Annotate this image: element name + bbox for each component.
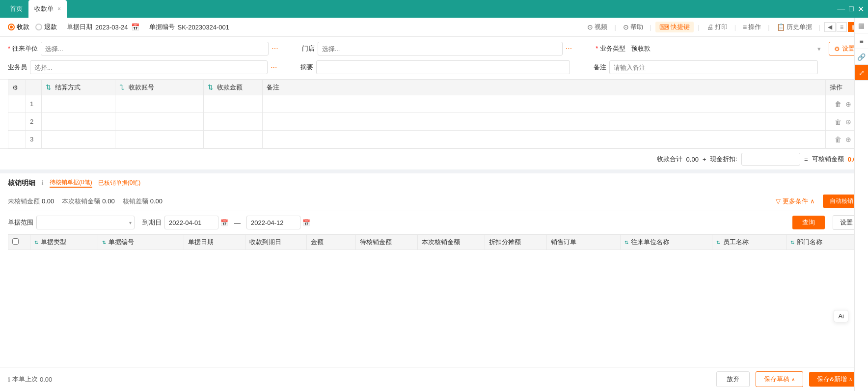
notes-input-1[interactable] <box>263 95 825 112</box>
biz-type-label: 业务类型 <box>596 44 628 53</box>
abandon-button[interactable]: 放弃 <box>716 371 750 387</box>
delete-row-icon-2[interactable]: 🗑 <box>835 118 841 126</box>
done-tab[interactable]: 已核销单据(0笔) <box>98 179 141 187</box>
cell-notes-3[interactable] <box>263 131 826 148</box>
window-close-icon[interactable]: ✕ <box>858 4 864 14</box>
notes-input-2[interactable] <box>263 113 825 130</box>
staff-label: 业务员 <box>8 63 30 72</box>
save-new-button[interactable]: 保存&新增 ∧ <box>809 372 860 387</box>
date-calendar-icon[interactable]: 📅 <box>131 23 139 31</box>
verify-table-container: ⇅ 单据类型 ⇅ 单据编号 单据日期 收款到期日 <box>8 234 860 367</box>
nav-home-label: 首页 <box>10 4 23 13</box>
notes-input-3[interactable] <box>263 131 825 148</box>
amount-input-2[interactable] <box>204 113 262 130</box>
cell-settlement-3[interactable] <box>42 131 115 148</box>
query-button[interactable]: 查询 <box>792 216 825 229</box>
summary-label: 摘要 <box>300 63 316 72</box>
staff-ellipsis-icon[interactable]: ··· <box>271 63 277 72</box>
current-stat: 本次核销金额 0.00 <box>62 197 114 206</box>
partner-input[interactable] <box>41 42 269 56</box>
staff-input[interactable] <box>30 60 268 74</box>
nav-tab-receipt[interactable]: 收款单 × <box>28 0 67 18</box>
nav-tab-home[interactable]: 首页 <box>4 0 28 18</box>
cell-num-2: 2 <box>26 113 42 131</box>
cell-account-1[interactable] <box>115 95 204 113</box>
sort-partner-name: ⇅ <box>624 240 628 245</box>
cell-notes-2[interactable] <box>263 113 826 131</box>
cell-settlement-1[interactable] <box>42 95 115 113</box>
cell-settings-1 <box>8 95 26 113</box>
bottom-bar: ℹ 本单上次 0.00 放弃 保存草稿 ∧ 保存&新增 ∧ <box>0 367 868 391</box>
receipt-radio[interactable]: 收款 <box>8 23 29 31</box>
ai-badge[interactable]: Ai <box>834 310 848 322</box>
shop-ellipsis-icon[interactable]: ··· <box>566 44 572 53</box>
remark-input[interactable] <box>609 60 818 74</box>
copy-row-icon-2[interactable]: ⊕ <box>845 118 851 126</box>
ops-label: 操作 <box>748 23 761 31</box>
settlement-input-1[interactable] <box>42 95 115 112</box>
shop-input[interactable] <box>318 42 563 56</box>
biz-type-field: 业务类型 预收款 ▾ <box>596 44 821 53</box>
sort-icon-settlement: ⇅ <box>46 84 51 91</box>
sidebar-table-icon[interactable]: ▦ <box>855 18 868 33</box>
more-conditions-btn[interactable]: ▽ 更多条件 ∧ <box>776 197 815 206</box>
uncleaned-stat: 未核销金额 0.00 <box>8 197 54 206</box>
date-to-input[interactable] <box>246 216 300 229</box>
pending-tab[interactable]: 待核销单据(0笔) <box>50 178 92 188</box>
video-icon: ⊙ <box>587 23 593 31</box>
calendar-from-icon[interactable]: 📅 <box>220 219 228 226</box>
th-account: ⇅ 收款账号 <box>115 80 204 95</box>
settlement-input-2[interactable] <box>42 113 115 130</box>
nav-close-icon[interactable]: × <box>57 5 61 12</box>
sidebar-expand-icon[interactable]: ⤢ <box>855 65 868 81</box>
account-input-2[interactable] <box>115 113 203 130</box>
account-input-3[interactable] <box>115 131 203 148</box>
th-partner-name: ⇅ 往来单位名称 <box>620 235 712 250</box>
account-input-1[interactable] <box>115 95 203 112</box>
amount-input-3[interactable] <box>204 131 262 148</box>
copy-row-icon-1[interactable]: ⊕ <box>845 100 851 108</box>
window-max-icon[interactable]: □ <box>849 4 854 13</box>
delete-row-icon-3[interactable]: 🗑 <box>835 136 841 143</box>
video-btn[interactable]: ⊙ 视频 <box>584 22 610 32</box>
filter-row: 单据范围 ▾ 到期日 📅 — 📅 查询 设置 <box>8 211 860 234</box>
list-view-btn[interactable]: ≡ <box>837 22 847 32</box>
copy-row-icon-3[interactable]: ⊕ <box>845 136 851 143</box>
cell-account-2[interactable] <box>115 113 204 131</box>
shortcut-btn[interactable]: ⌨ 快捷键 <box>655 22 694 32</box>
draft-button[interactable]: 保存草稿 ∧ <box>756 371 803 387</box>
settlement-input-3[interactable] <box>42 131 115 148</box>
shop-label: 门店 <box>302 44 318 53</box>
cell-amount-1[interactable] <box>204 95 263 113</box>
ops-btn[interactable]: ≡ 操作 <box>740 22 764 32</box>
receipt-radio-dot <box>8 24 15 30</box>
discount-input[interactable] <box>741 153 800 166</box>
select-all-checkbox[interactable] <box>12 238 19 245</box>
sidebar-sheet-icon[interactable]: ≡ <box>855 33 868 49</box>
summary-input[interactable] <box>316 60 570 74</box>
history-btn[interactable]: 📋 历史单据 <box>774 22 815 32</box>
window-min-icon[interactable]: — <box>837 4 845 13</box>
cell-amount-3[interactable] <box>204 131 263 148</box>
th-settings[interactable]: ⚙ <box>8 80 26 95</box>
cell-settlement-2[interactable] <box>42 113 115 131</box>
refund-radio[interactable]: 退款 <box>35 23 57 31</box>
calendar-to-icon[interactable]: 📅 <box>302 219 310 226</box>
verify-info-icon[interactable]: ℹ <box>41 179 44 187</box>
th-due-date: 收款到期日 <box>245 235 307 250</box>
cell-amount-2[interactable] <box>204 113 263 131</box>
range-select[interactable] <box>36 216 135 229</box>
sidebar-link-icon[interactable]: 🔗 <box>855 49 868 65</box>
partner-ellipsis-icon[interactable]: ··· <box>271 44 278 53</box>
save-arrow-icon: ∧ <box>849 377 852 382</box>
delete-row-icon-1[interactable]: 🗑 <box>835 100 841 108</box>
print-btn[interactable]: 🖨 打印 <box>704 22 731 32</box>
help-btn[interactable]: ⊙ 帮助 <box>620 22 646 32</box>
prev-btn[interactable]: ◀ <box>824 22 836 32</box>
cell-account-3[interactable] <box>115 131 204 148</box>
date-from-input[interactable] <box>164 216 218 229</box>
amount-input-1[interactable] <box>204 95 262 112</box>
biz-type-dropdown-icon[interactable]: ▾ <box>817 45 821 53</box>
cell-notes-1[interactable] <box>263 95 826 113</box>
th-staff-name: ⇅ 员工名称 <box>712 235 786 250</box>
